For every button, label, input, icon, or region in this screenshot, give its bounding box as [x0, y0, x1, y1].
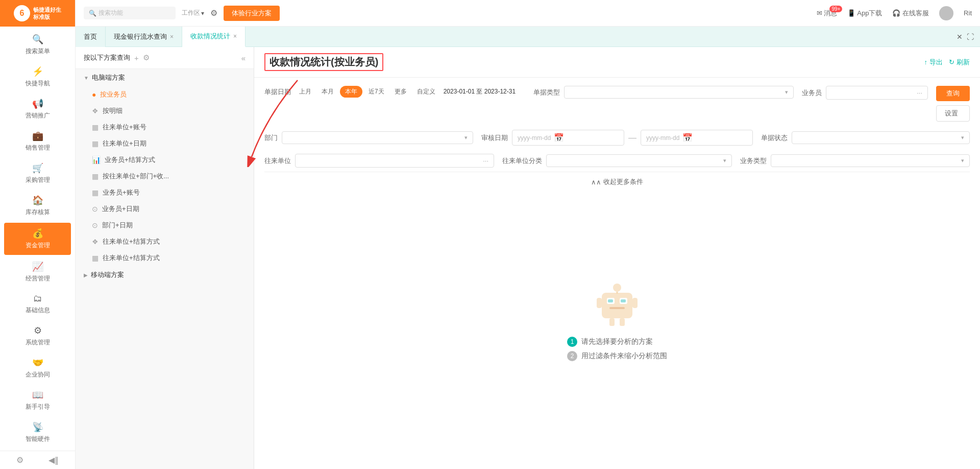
business-type-select[interactable]: ▾	[771, 154, 970, 167]
calendar-to-icon[interactable]: 📅	[682, 133, 693, 143]
panel-title: 按以下方案查询	[84, 53, 130, 62]
empty-tip-1: 1 请先选择要分析的方案	[567, 337, 667, 347]
sidebar-item-智能硬件[interactable]: 📡智能硬件	[0, 416, 75, 449]
menu-item-往来单位+结算方式[interactable]: ▦往来单位+结算方式	[76, 250, 254, 266]
menu-item-按往来单位+部门+收...[interactable]: ▦按往来单位+部门+收...	[76, 168, 254, 184]
topbar-right: ✉ 消息 99+ 📱 App下载 🎧 在线客服 Rit	[817, 6, 972, 20]
trial-button[interactable]: 体验行业方案	[224, 6, 280, 21]
voucher-type-select[interactable]: ▾	[564, 86, 794, 99]
section-电脑端方案: ▼电脑端方案●按业务员❖按明细▦往来单位+账号▦往来单位+日期📊业务员+结算方式…	[76, 69, 254, 266]
menu-item-部门+日期[interactable]: ⊙部门+日期	[76, 217, 254, 233]
audit-date-from-input[interactable]: yyyy-mm-dd 📅	[512, 130, 624, 146]
calendar-from-icon[interactable]: 📅	[554, 133, 564, 143]
menu-item-icon: ⊙	[92, 221, 98, 229]
date-btn-近7天[interactable]: 近7天	[364, 86, 388, 98]
query-button[interactable]: 查询	[936, 86, 970, 101]
sidebar-item-企业协同[interactable]: 🤝企业协同	[0, 352, 75, 384]
tab-首页[interactable]: 首页	[76, 27, 106, 47]
collapse-panel-btn[interactable]: «	[241, 54, 246, 62]
sidebar-item-资金管理[interactable]: 💰资金管理	[4, 223, 71, 255]
search-box[interactable]: 🔍 搜索功能	[84, 7, 176, 19]
menu-item-业务员+结算方式[interactable]: 📊业务员+结算方式	[76, 152, 254, 168]
sidebar-item-基础信息[interactable]: 🗂基础信息	[0, 288, 75, 320]
tab-label: 首页	[84, 32, 97, 41]
left-menu: ▼电脑端方案●按业务员❖按明细▦往来单位+账号▦往来单位+日期📊业务员+结算方式…	[76, 69, 254, 284]
tabbar: 首页现金银行流水查询×收款情况统计×✕⛶	[76, 27, 980, 47]
maximize-btn[interactable]: ⛶	[967, 33, 974, 41]
menu-item-业务员+日期[interactable]: ⊙业务员+日期	[76, 201, 254, 217]
workspace-dropdown[interactable]: 工作区 ▾	[182, 9, 204, 17]
download-icon: 📱	[847, 9, 855, 17]
tab-close-btn[interactable]: ×	[170, 33, 174, 40]
partner-select[interactable]: ···	[295, 154, 494, 168]
nav-label: 系统管理	[26, 338, 50, 347]
section-title-移动端方案[interactable]: ▶移动端方案	[76, 266, 254, 284]
messages-btn[interactable]: ✉ 消息 99+	[817, 9, 838, 18]
customer-service-btn[interactable]: 🎧 在线客服	[892, 9, 929, 18]
sidebar-item-库存核算[interactable]: 🏠库存核算	[0, 190, 75, 222]
nav-label: 企业协同	[26, 370, 50, 379]
menu-item-按业务员[interactable]: ●按业务员	[76, 86, 254, 103]
logo-icon: 6	[14, 5, 30, 21]
partner-category-select[interactable]: ▾	[546, 154, 732, 167]
nav-icon: 🤝	[32, 357, 43, 368]
collapse-sidebar-icon[interactable]: ◀‖	[48, 455, 59, 465]
messages-badge: 99+	[829, 6, 842, 12]
audit-date-to-input[interactable]: yyyy-mm-dd 📅	[641, 130, 753, 146]
date-btn-本年[interactable]: 本年	[340, 86, 362, 98]
tab-收款情况统计[interactable]: 收款情况统计×	[182, 27, 246, 47]
menu-item-往来单位+账号[interactable]: ▦往来单位+账号	[76, 119, 254, 135]
menu-item-往来单位+日期[interactable]: ▦往来单位+日期	[76, 135, 254, 152]
menu-item-icon: ⊙	[92, 205, 98, 213]
sidebar-item-营销推广[interactable]: 📢营销推广	[0, 93, 75, 125]
filter-area: 单据日期 上月本月本年近7天更多自定义 2023-01-01 至 2023-12…	[254, 78, 980, 200]
sidebar-item-快捷导航[interactable]: ⚡快捷导航	[0, 61, 75, 93]
partner-more-icon[interactable]: ···	[483, 157, 488, 165]
export-btn[interactable]: ↑ 导出	[924, 58, 943, 67]
sidebar-item-新手引导[interactable]: 📖新手引导	[0, 384, 75, 416]
sidebar-item-采购管理[interactable]: 🛒采购管理	[0, 157, 75, 190]
date-btn-更多[interactable]: 更多	[390, 86, 411, 98]
audit-date-from-value: yyyy-mm-dd	[518, 134, 551, 142]
menu-item-往来单位+结算方式[interactable]: ❖往来单位+结算方式	[76, 233, 254, 250]
message-icon: ✉	[817, 9, 822, 17]
section-移动端方案: ▶移动端方案	[76, 266, 254, 284]
tab-close-btn[interactable]: ×	[233, 33, 237, 40]
sidebar-item-搜索菜单[interactable]: 🔍搜索菜单	[0, 29, 75, 61]
tab-label: 收款情况统计	[190, 32, 230, 41]
app-download-btn[interactable]: 📱 App下载	[847, 9, 882, 18]
sidebar-item-销售管理[interactable]: 💼销售管理	[0, 125, 75, 157]
menu-item-label: 往来单位+结算方式	[103, 253, 160, 263]
customer-service-label: 在线客服	[902, 9, 929, 17]
tab-现金银行流水查询[interactable]: 现金银行流水查询×	[106, 27, 182, 47]
voucher-status-select[interactable]: ▾	[792, 131, 970, 144]
menu-item-业务员+账号[interactable]: ▦业务员+账号	[76, 184, 254, 201]
menu-item-按明细[interactable]: ❖按明细	[76, 103, 254, 119]
svg-rect-9	[620, 318, 625, 326]
refresh-btn[interactable]: ↻ 刷新	[949, 58, 970, 67]
menu-item-label: 业务员+日期	[102, 204, 139, 214]
salesperson-more-icon[interactable]: ···	[917, 89, 922, 97]
settings-bottom-icon[interactable]: ⚙	[16, 455, 23, 465]
user-avatar[interactable]	[939, 6, 953, 20]
collapse-filter-btn[interactable]: ∧∧ 收起更多条件	[591, 177, 643, 186]
salesperson-select[interactable]: ···	[826, 86, 928, 100]
tip-text-1: 请先选择要分析的方案	[581, 337, 653, 346]
add-scheme-btn[interactable]: +	[134, 54, 139, 62]
close-window-btn[interactable]: ✕	[957, 33, 963, 41]
export-label: 导出	[929, 58, 943, 67]
empty-illustration	[586, 277, 648, 329]
scheme-settings-btn[interactable]: ⚙	[143, 53, 150, 62]
left-panel-header: 按以下方案查询 + ⚙ «	[76, 47, 254, 69]
section-title-电脑端方案[interactable]: ▼电脑端方案	[76, 69, 254, 86]
settings-button[interactable]: 设置	[936, 105, 970, 122]
date-btn-本月[interactable]: 本月	[317, 86, 338, 98]
sidebar-item-系统管理[interactable]: ⚙系统管理	[0, 320, 75, 352]
topbar-gear-icon[interactable]: ⚙	[210, 8, 217, 18]
dept-select[interactable]: ▾	[282, 131, 473, 144]
svg-rect-5	[609, 307, 625, 309]
date-btn-自定义[interactable]: 自定义	[413, 86, 439, 98]
voucher-status-label: 单据状态	[761, 133, 788, 143]
date-btn-上月[interactable]: 上月	[295, 86, 315, 98]
sidebar-item-经营管理[interactable]: 📈经营管理	[0, 256, 75, 288]
